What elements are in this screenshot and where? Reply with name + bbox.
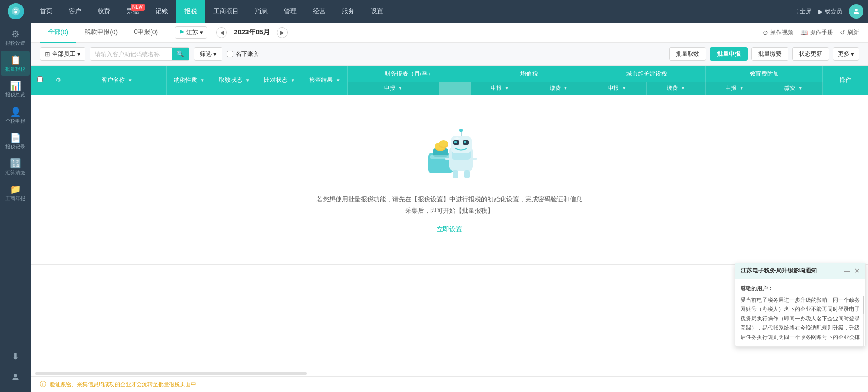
batch-declare-btn[interactable]: 批量申报 bbox=[710, 47, 748, 61]
filter-icon-edu-pay[interactable]: ▼ bbox=[798, 86, 802, 91]
nav-operation[interactable]: 经营 bbox=[305, 0, 334, 23]
filter-icon-fin-declare[interactable]: ▼ bbox=[398, 86, 402, 91]
sidebar-item-batchtax[interactable]: 📋 批量报税 bbox=[1, 51, 30, 76]
scroll-track[interactable] bbox=[35, 372, 307, 375]
svg-point-18 bbox=[459, 129, 463, 132]
filter-icon-city-pay[interactable]: ▼ bbox=[681, 86, 685, 91]
sidebar-item-taxsettings[interactable]: ⚙ 报税设置 bbox=[1, 25, 30, 50]
refresh-btn[interactable]: ↺ 刷新 bbox=[840, 29, 859, 37]
nav-manage[interactable]: 管理 bbox=[276, 0, 305, 23]
svg-rect-22 bbox=[464, 170, 470, 178]
batch-fetch-btn[interactable]: 批量取数 bbox=[669, 47, 706, 61]
filter-right-btns: 批量取数 批量申报 批量缴费 状态更新 更多 ▾ bbox=[669, 47, 859, 61]
dropdown-arrow-icon: ▾ bbox=[77, 51, 80, 57]
th-customer-name: 客户名称 ▼ bbox=[67, 66, 167, 95]
th-check-result: 检查结果 ▼ bbox=[302, 66, 348, 95]
th-vat-pay: 缴费 ▼ bbox=[529, 82, 588, 95]
th-checkbox bbox=[31, 66, 49, 95]
annualreport-icon: 📁 bbox=[10, 185, 21, 194]
search-input[interactable] bbox=[90, 48, 172, 60]
tab-right-actions: ⊙ 操作视频 📖 操作手册 ↺ 刷新 bbox=[763, 29, 859, 37]
sidebar-item-taxrecord[interactable]: 📄 报税记录 bbox=[1, 129, 30, 153]
notification-subtitle: 尊敬的用户： bbox=[741, 284, 860, 293]
persontax-icon: 👤 bbox=[10, 107, 21, 116]
operation-manual-btn[interactable]: 📖 操作手册 bbox=[800, 29, 833, 37]
setup-link[interactable]: 立即设置 bbox=[437, 225, 462, 234]
user-avatar[interactable] bbox=[849, 4, 863, 19]
filter-button[interactable]: 筛选 ▾ bbox=[194, 47, 222, 61]
nav-customer[interactable]: 客户 bbox=[61, 0, 90, 23]
prev-month-btn[interactable]: ◀ bbox=[216, 27, 227, 38]
subaccount-checkbox[interactable] bbox=[227, 51, 233, 57]
logo-icon bbox=[8, 3, 24, 19]
nav-service[interactable]: 服务 bbox=[334, 0, 363, 23]
tab-all[interactable]: 全部(0) bbox=[40, 23, 76, 43]
svg-point-0 bbox=[14, 11, 17, 14]
sidebar-item-annualreport[interactable]: 📁 工商年报 bbox=[1, 180, 30, 205]
next-month-btn[interactable]: ▶ bbox=[277, 27, 288, 38]
th-edu-declare: 申报 ▼ bbox=[705, 82, 764, 95]
filter-icon-city-declare[interactable]: ▼ bbox=[622, 86, 627, 91]
user-icon[interactable] bbox=[7, 369, 24, 387]
download-icon[interactable]: ⬇ bbox=[8, 347, 23, 365]
new-badge: NEW bbox=[131, 4, 145, 11]
notification-text: 受当前电子税务局进一步升级的影响，同一个政务网账号（办税人）名下的企业不能再同时… bbox=[741, 296, 860, 342]
nav-message[interactable]: 消息 bbox=[247, 0, 276, 23]
svg-point-23 bbox=[454, 137, 460, 140]
sidebar-item-settlement[interactable]: 🔢 汇算清缴 bbox=[1, 154, 30, 179]
top-nav: 首页 客户 收费 票据 NEW 记账 报税 工商项目 消息 管理 经营 服务 设… bbox=[0, 0, 868, 23]
minimize-icon[interactable]: — bbox=[844, 267, 850, 274]
nav-home[interactable]: 首页 bbox=[32, 0, 61, 23]
notification-popup: 江苏电子税务局升级影响通知 — ✕ 尊敬的用户： 受当前电子税务局进一步升级的影… bbox=[735, 263, 866, 347]
logo[interactable] bbox=[5, 2, 27, 20]
nav-right: ⛶ 全屏 ▶ 畅会员 bbox=[792, 4, 863, 19]
notification-header: 江苏电子税务局升级影响通知 — ✕ bbox=[735, 263, 865, 279]
notification-title: 江苏电子税务局升级影响通知 bbox=[741, 267, 817, 275]
more-arrow-icon: ▾ bbox=[851, 51, 854, 57]
notification-body: 尊敬的用户： 受当前电子税务局进一步升级的影响，同一个政务网账号（办税人）名下的… bbox=[735, 279, 865, 346]
nav-fee[interactable]: 收费 bbox=[90, 0, 118, 23]
fullscreen-icon: ⛶ bbox=[792, 8, 798, 15]
nav-accounting[interactable]: 记账 bbox=[147, 0, 176, 23]
subaccount-checkbox-label[interactable]: 名下账套 bbox=[227, 50, 259, 58]
province-selector[interactable]: ⚑ 江苏 ▾ bbox=[175, 26, 207, 39]
filter-icon-fetchstatus[interactable]: ▼ bbox=[245, 78, 250, 83]
sidebar-item-persontax[interactable]: 👤 个税申报 bbox=[1, 103, 30, 128]
close-icon[interactable]: ✕ bbox=[854, 267, 860, 275]
employee-selector[interactable]: ⊞ 全部员工 ▾ bbox=[40, 47, 85, 61]
batch-pay-btn[interactable]: 批量缴费 bbox=[751, 47, 788, 61]
search-button[interactable]: 🔍 bbox=[172, 48, 189, 60]
status-update-btn[interactable]: 状态更新 bbox=[792, 47, 829, 61]
batchtax-icon: 📋 bbox=[10, 55, 21, 64]
more-btn[interactable]: 更多 ▾ bbox=[833, 47, 859, 61]
filter-icon-vat-declare[interactable]: ▼ bbox=[505, 86, 509, 91]
svg-rect-20 bbox=[472, 158, 477, 160]
filter-icon-taxtype[interactable]: ▼ bbox=[200, 78, 205, 83]
warning-icon: ⓘ bbox=[40, 380, 46, 388]
filter-icon-vat-pay[interactable]: ▼ bbox=[563, 86, 568, 91]
filter-icon-checkresult[interactable]: ▼ bbox=[336, 78, 340, 83]
tab-zerodeclare[interactable]: 0申报(0) bbox=[126, 23, 166, 43]
sidebar-item-taxoverview[interactable]: 📊 报税总览 bbox=[1, 76, 30, 101]
horizontal-scrollbar[interactable] bbox=[31, 370, 868, 376]
nav-ticket[interactable]: 票据 NEW bbox=[118, 0, 147, 23]
operation-video-btn[interactable]: ⊙ 操作视频 bbox=[763, 29, 793, 37]
notification-scrollbar[interactable] bbox=[863, 296, 864, 347]
filter-icon-compare[interactable]: ▼ bbox=[291, 78, 295, 83]
empty-state-cell: 若您想使用批量报税功能，请先在【报税设置】中进行报税的初始化设置，完成密码验证和… bbox=[31, 95, 868, 264]
filter-icon-name[interactable]: ▼ bbox=[128, 78, 132, 83]
nav-tax[interactable]: 报税 bbox=[176, 0, 205, 23]
svg-rect-16 bbox=[464, 141, 466, 143]
tab-taxdeclare[interactable]: 税款申报(0) bbox=[76, 23, 126, 43]
notification-body-wrap: 尊敬的用户： 受当前电子税务局进一步升级的影响，同一个政务网账号（办税人）名下的… bbox=[735, 279, 865, 346]
svg-point-9 bbox=[439, 140, 448, 147]
nav-business[interactable]: 工商项目 bbox=[205, 0, 247, 23]
nav-settings[interactable]: 设置 bbox=[363, 0, 392, 23]
filter-icon-edu-declare[interactable]: ▼ bbox=[739, 86, 744, 91]
data-table: ⚙ 客户名称 ▼ 纳税性质 ▼ 取数状态 ▼ bbox=[31, 66, 868, 265]
th-education-fee: 教育费附加 bbox=[705, 66, 823, 82]
th-edu-pay: 缴费 ▼ bbox=[764, 82, 823, 95]
vip-btn[interactable]: ▶ 畅会员 bbox=[818, 7, 842, 15]
fullscreen-btn[interactable]: ⛶ 全屏 bbox=[792, 7, 811, 15]
select-all-checkbox[interactable] bbox=[37, 76, 43, 82]
